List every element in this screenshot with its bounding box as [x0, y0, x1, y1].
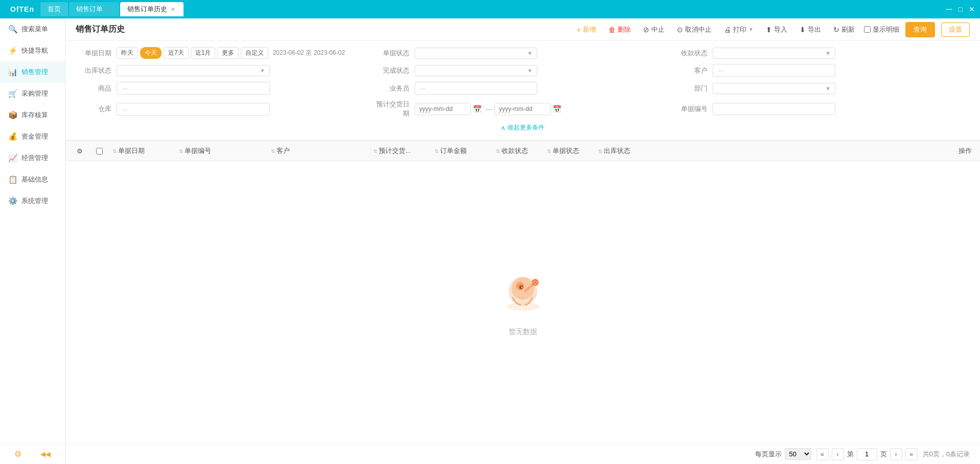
first-page-btn[interactable]: «	[816, 448, 829, 460]
print-button[interactable]: 🖨 打印 ▼	[721, 23, 757, 36]
sidebar-item-operations-mgmt[interactable]: 📈 经营管理	[0, 147, 65, 169]
delivery-date-end-calendar-icon[interactable]: 📅	[553, 105, 561, 113]
customer-ellipsis-btn[interactable]: ···	[713, 64, 835, 77]
sidebar-settings-btn[interactable]: ⚙	[14, 449, 21, 459]
amount-sort-icon: ⇅	[435, 148, 439, 154]
th-order-status[interactable]: ⇅ 单据状态	[543, 146, 594, 156]
delete-icon: 🗑	[608, 26, 616, 34]
date-btn-1month[interactable]: 近1月	[191, 47, 216, 59]
sidebar-item-search-menu[interactable]: 🔍 搜索菜单	[0, 18, 65, 40]
brand-logo: OfTEn	[5, 5, 39, 13]
next-page-btn[interactable]: ›	[890, 448, 902, 460]
page-size-group: 每页显示 50 10 20 100	[755, 448, 811, 460]
salesman-ellipsis-btn[interactable]: ···	[415, 82, 537, 95]
next-page-icon: ›	[895, 451, 897, 458]
table-header: ⚙ ⇅ 单据日期 ⇅ 单据编号 ⇅ 客户 ⇅	[65, 141, 980, 161]
sidebar-item-quick-nav[interactable]: ⚡ 快捷导航	[0, 40, 65, 61]
date-btn-more[interactable]: 更多	[217, 47, 239, 59]
show-details-checkbox-label[interactable]: 显示明细	[864, 25, 899, 34]
delivery-date-start-calendar-icon[interactable]: 📅	[473, 105, 482, 113]
date-btn-7days[interactable]: 近7天	[164, 47, 189, 59]
filter-row-1: 单据日期 昨天 今天 近7天 近1月 更多 自定义 2023-06-02 至 2…	[76, 47, 970, 59]
sales-mgmt-icon: 📊	[8, 68, 17, 77]
department-select[interactable]: ▼	[713, 83, 835, 94]
delivery-date-end-input[interactable]	[494, 103, 551, 115]
number-sort-icon: ⇅	[179, 148, 183, 154]
empty-text: 暂无数据	[509, 327, 537, 337]
inventory-calc-icon: 📦	[8, 111, 17, 120]
warehouse-ellipsis-btn[interactable]: ···	[117, 103, 270, 116]
sidebar-item-inventory-calc[interactable]: 📦 库存核算	[0, 104, 65, 126]
department-label: 部门	[672, 84, 713, 93]
tab-sales-order-history[interactable]: 销售订单历史 ✕	[120, 2, 184, 16]
sidebar-item-purchase-mgmt[interactable]: 🛒 采购管理	[0, 83, 65, 104]
out-status-select[interactable]: ▼	[117, 65, 270, 76]
sidebar-bottom: ⚙ ◀◀	[0, 444, 65, 464]
refresh-button[interactable]: ↻ 刷新	[830, 23, 858, 36]
th-customer[interactable]: ⇅ 客户	[267, 146, 369, 156]
collapse-button[interactable]: ∧ 收起更多条件	[501, 123, 544, 132]
th-out-status[interactable]: ⇅ 出库状态	[594, 146, 650, 156]
refresh-label: 刷新	[841, 25, 855, 34]
add-button[interactable]: + 新增	[574, 23, 599, 36]
sidebar-item-basic-info[interactable]: 📋 基础信息	[0, 169, 65, 190]
sys-mgmt-icon: ⚙️	[8, 196, 17, 206]
sidebar-item-capital-mgmt[interactable]: 💰 资金管理	[0, 126, 65, 147]
window-maximize-btn[interactable]: □	[959, 5, 963, 13]
pay-status-select[interactable]: ▼	[713, 48, 835, 59]
import-icon: ⬆	[766, 26, 772, 34]
sidebar-collapse-btn[interactable]: ◀◀	[40, 450, 51, 458]
pay-status-sort-icon: ⇅	[496, 148, 500, 154]
delete-button[interactable]: 🗑 删除	[605, 23, 634, 36]
th-number[interactable]: ⇅ 单据编号	[175, 146, 267, 156]
page-label-end: 页	[880, 450, 887, 459]
tab-sales-order-history-close[interactable]: ✕	[169, 6, 176, 13]
th-pay-status[interactable]: ⇅ 收款状态	[492, 146, 543, 156]
window-close-btn[interactable]: ✕	[969, 5, 975, 13]
query-button[interactable]: 查询	[905, 22, 935, 37]
delivery-date-start-input[interactable]	[415, 103, 471, 115]
settings-gear-icon: ⚙	[77, 147, 83, 155]
export-button[interactable]: ⬇ 导出	[796, 23, 824, 36]
complete-status-select[interactable]: ▼	[415, 65, 537, 76]
date-label: 单据日期	[76, 49, 117, 58]
stop-button[interactable]: ⊘ 中止	[640, 23, 668, 36]
th-date[interactable]: ⇅ 单据日期	[108, 146, 175, 156]
tab-home[interactable]: 首页	[40, 2, 68, 16]
tab-sales-order-close[interactable]: ✕	[105, 6, 112, 13]
content-area: 销售订单历史 + 新增 🗑 删除 ⊘ 中止 ⊙ 取消中止	[65, 18, 980, 464]
th-delivery[interactable]: ⇅ 预计交货...	[369, 146, 430, 156]
tab-sales-order[interactable]: 销售订单 ✕	[69, 2, 119, 16]
last-page-btn[interactable]: »	[905, 448, 918, 460]
filter-area: 单据日期 昨天 今天 近7天 近1月 更多 自定义 2023-06-02 至 2…	[65, 41, 980, 141]
window-minimize-btn[interactable]: ─	[946, 5, 952, 14]
sidebar-item-sys-mgmt[interactable]: ⚙️ 系统管理	[0, 190, 65, 212]
cancel-stop-button[interactable]: ⊙ 取消中止	[674, 23, 715, 36]
date-btn-yesterday[interactable]: 昨天	[117, 47, 138, 59]
prev-page-btn[interactable]: ‹	[832, 448, 844, 460]
date-btn-today[interactable]: 今天	[140, 47, 162, 59]
last-page-icon: »	[909, 451, 913, 458]
current-page-input[interactable]	[857, 448, 877, 460]
show-details-checkbox[interactable]	[864, 26, 871, 33]
date-buttons: 昨天 今天 近7天 近1月 更多 自定义	[117, 47, 268, 59]
order-status-select[interactable]: ▼	[415, 48, 537, 59]
th-amount[interactable]: ⇅ 订单金额	[430, 146, 492, 156]
footer: 每页显示 50 10 20 100 « ‹ 第 页 ›	[65, 444, 980, 464]
delivery-date-label: 预计交货日期	[374, 100, 415, 118]
stop-icon: ⊘	[643, 26, 649, 34]
import-button[interactable]: ⬆ 导入	[763, 23, 790, 36]
date-btn-custom[interactable]: 自定义	[241, 47, 268, 59]
product-ellipsis-btn[interactable]: ···	[117, 82, 270, 95]
setting-button[interactable]: 设置	[941, 23, 970, 37]
filter-cell-pay-status: 收款状态 ▼	[672, 48, 970, 59]
th-settings[interactable]: ⚙	[70, 147, 90, 155]
th-checkbox[interactable]	[90, 148, 108, 154]
page-size-select[interactable]: 50 10 20 100	[785, 448, 811, 460]
select-all-checkbox[interactable]	[96, 148, 103, 154]
sidebar-item-search-menu-label: 搜索菜单	[21, 25, 48, 34]
page-label: 第	[847, 450, 854, 459]
order-number-input[interactable]	[713, 103, 835, 115]
complete-status-label: 完成状态	[374, 66, 415, 75]
sidebar-item-sales-mgmt[interactable]: 📊 销售管理	[0, 61, 65, 83]
